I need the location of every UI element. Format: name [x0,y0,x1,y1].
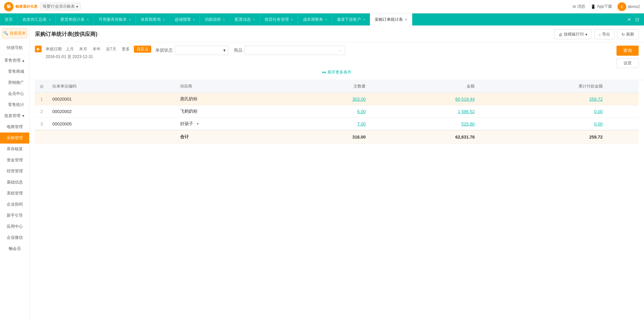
sidebar-item-wechat[interactable]: 企业微信 [0,232,29,243]
tab-invite-customer[interactable]: 邀请下游客户 × [332,13,370,25]
tab-overstock[interactable]: 超储预警 × [170,13,200,25]
tab-overstock-label: 超储预警 [175,17,191,22]
close-icon[interactable]: × [253,17,255,21]
shortcut-7days[interactable]: 近7天 [104,46,118,53]
refresh-button[interactable]: ↻ 刷新 [617,30,639,39]
sidebar-item-ecommerce[interactable]: 电商管理 [0,121,29,132]
tab-function-desc[interactable]: 功能说明 × [200,13,230,25]
sidebar-item-inventory[interactable]: 库存核算 [0,144,29,155]
tab-home[interactable]: 首页 [0,13,18,25]
tab-actions: ✕ ⊡ [625,17,644,22]
shortcut-this-month[interactable]: 本月 [77,46,89,53]
user-area[interactable]: E demo2 [618,2,640,11]
goods-input[interactable]: ··· [245,46,345,55]
shortcut-more[interactable]: 更多 [120,46,132,53]
col-amount-header: 金额 [370,80,479,93]
tab-order-stats[interactable]: 要货单统计表 × [56,13,94,25]
message-button[interactable]: ✉ 消息 [573,4,585,9]
quick-nav-button[interactable]: 快捷导航 [2,43,27,53]
filter-right: 查询 设置 [616,46,639,68]
print-label: 按模板打印 [564,32,584,37]
sidebar-item-newbie[interactable]: 新手引导 [0,210,29,221]
tab-cost-adjust[interactable]: 成本调整单 × [298,13,332,25]
sidebar-item-retail-mgmt[interactable]: 零售管理 ▲ [0,55,29,66]
avatar: E [618,2,626,11]
search-menu-button[interactable]: 🔍 搜索菜单 [2,28,27,38]
footer-amount-col: 62,631.76 [370,130,479,144]
table-settings-icon[interactable]: ⚙ [40,84,44,89]
expand-more-button[interactable]: ▾▾ 展开更多条件 [322,69,352,75]
sidebar-item-operations[interactable]: 经营管理 [0,166,29,177]
row-paid: 0.00 [479,118,606,130]
chevron-down-icon: ▼ [22,114,25,118]
collapse-toggle-button[interactable]: ▶ [35,46,42,52]
close-icon[interactable]: × [325,17,327,21]
status-select[interactable]: ▾ [175,46,228,55]
tab-available-stock-label: 可用量库存账本 [99,17,127,22]
export-icon: ↓ [599,32,601,37]
sidebar-item-system[interactable]: 系统管理 [0,188,29,199]
top-bar: 畅 畅捷通好生意 母婴行业演示账表 ▾ ✉ 消息 📱 App下载 E demo2 [0,0,644,13]
row-supplier[interactable]: 惠氏奶粉 [176,93,285,105]
close-icon[interactable]: × [163,17,165,21]
workspace-selector[interactable]: 母婴行业演示账表 ▾ [40,3,80,10]
close-icon[interactable]: × [223,17,225,21]
page-header: 采购订单统计表(按供应商) 🖨 按模板打印 ▾ ↓ 导出 ↻ 刷新 [30,25,644,42]
close-icon[interactable]: × [405,17,407,21]
tab-expand-icon[interactable]: ⊡ [633,17,641,22]
main-layout: 🔍 搜索菜单 快捷导航 零售管理 ▲ 零售商城 营销推广 会员中心 [0,25,644,321]
close-icon[interactable]: × [87,17,89,21]
logo-area: 畅 畅捷通好生意 [4,2,38,11]
shortcut-last-month[interactable]: 上月 [64,46,76,53]
close-icon[interactable]: × [49,17,51,21]
table-container: ⚙ 往来单位编码 供应商 主数量 [30,80,644,149]
sidebar-item-finance[interactable]: 资金管理 [0,155,29,166]
query-button[interactable]: 查询 [616,46,639,56]
app-download-button[interactable]: 📱 App下载 [591,4,612,9]
footer-supplier-col: 合计 [176,130,285,144]
sidebar-item-retail-stats[interactable]: 零售统计 [0,99,29,110]
workspace-label: 母婴行业演示账表 [43,4,75,9]
sidebar-item-purchase-label: 采购管理 [7,135,23,141]
close-icon[interactable]: × [363,17,365,21]
table-row[interactable]: 3 00020005 好孩子 ▼ 7.00 525.80 0.00 [35,118,639,130]
print-button[interactable]: 🖨 按模板打印 ▾ [554,30,592,39]
sidebar-item-member[interactable]: 会员中心 [0,88,29,99]
tab-cost-adjust-label: 成本调整单 [303,17,323,22]
table-row[interactable]: 1 00020001 惠氏奶粉 303.00 60,519.44 259.72 [35,93,639,105]
sidebar-item-purchase[interactable]: 采购管理 [0,132,29,144]
goods-more-icon[interactable]: ··· [339,48,342,53]
tab-pick-task[interactable]: 拣货任务管理 × [260,13,298,25]
tab-config[interactable]: 配置信息 × [230,13,260,25]
settings-button[interactable]: 设置 [616,58,639,68]
custom-date-tag[interactable]: 自定义 [134,46,151,53]
shortcut-this-year[interactable]: 本年 [91,46,103,53]
sidebar-item-base-info[interactable]: 基础信息 [0,177,29,188]
settings-label: 设置 [624,61,632,65]
row-supplier[interactable]: 飞鹤奶粉 [176,105,285,118]
logo-icon: 畅 [4,2,13,11]
sidebar-item-operations-label: 经营管理 [7,168,23,174]
tab-expiry[interactable]: 保质期查询 × [136,13,170,25]
row-code: 00020005 [48,118,176,130]
close-icon[interactable]: × [129,17,131,21]
table-row[interactable]: 2 00020002 飞鹤奶粉 6.00 1,586.52 0.00 [35,105,639,118]
filter-area: ▶ 单据日期 上月 本月 本年 近7天 更多 自定义 [30,42,644,80]
row-supplier[interactable]: 好孩子 ▼ [176,118,285,130]
sidebar-item-marketing[interactable]: 营销推广 [0,77,29,88]
tab-available-stock[interactable]: 可用量库存账本 × [94,13,136,25]
sidebar-item-app-center[interactable]: 应用中心 [0,221,29,232]
tab-close-all-icon[interactable]: ✕ [625,17,633,22]
export-button[interactable]: ↓ 导出 [594,30,614,39]
date-shortcuts: 上月 本月 本年 近7天 更多 [64,46,132,53]
close-icon[interactable]: × [291,17,293,21]
sidebar-item-newbie-label: 新手引导 [7,213,23,218]
sidebar-item-collab[interactable]: 企业协同 [0,199,29,210]
sidebar-item-wholesale[interactable]: 批发管理 ▼ [0,110,29,121]
sidebar-item-retail-mall[interactable]: 零售商城 [0,66,29,77]
sidebar-item-membership[interactable]: 畅会员 [0,243,29,254]
tab-receive-send[interactable]: 收发存汇总表 × [18,13,56,25]
close-icon[interactable]: × [193,17,195,21]
tab-purchase-stats[interactable]: 采购订单统计表 × [370,13,412,25]
row-num: 3 [35,118,48,130]
